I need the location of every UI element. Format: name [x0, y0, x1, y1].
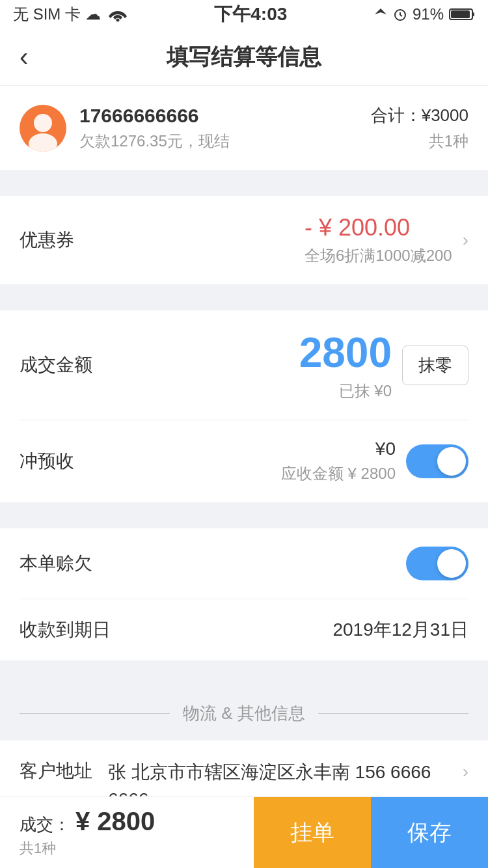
- svg-line-4: [400, 15, 402, 16]
- due-date-row: 收款到期日 2019年12月31日: [0, 599, 488, 660]
- coupon-discount: - ¥ 200.00: [305, 214, 452, 241]
- footer-count: 共1种: [20, 839, 234, 858]
- rounded-desc: 已抹 ¥0: [299, 381, 392, 401]
- prepaid-desc: 应收金额 ¥ 2800: [281, 463, 396, 484]
- status-right: 91%: [373, 5, 475, 23]
- hang-button[interactable]: 挂单: [254, 797, 371, 869]
- debt-toggle[interactable]: [406, 547, 468, 580]
- prepaid-label: 冲预收: [20, 449, 74, 474]
- divider-line-right: [318, 713, 468, 714]
- sim-status: 无 SIM 卡 ☁: [13, 4, 101, 25]
- debt-section: 本单赊欠 收款到期日 2019年12月31日: [0, 528, 488, 660]
- back-button[interactable]: ‹: [20, 42, 59, 72]
- user-row: 17666666666 欠款1276.35元，现结 合计：¥3000 共1种: [0, 86, 488, 170]
- coupon-chevron-icon: ›: [463, 230, 468, 251]
- prepaid-right: ¥0 应收金额 ¥ 2800: [281, 439, 468, 484]
- transaction-amount: 2800: [299, 329, 392, 377]
- due-date-value: 2019年12月31日: [332, 617, 468, 642]
- gray-gap-3: [0, 515, 488, 528]
- alarm-icon: [393, 7, 407, 21]
- status-left: 无 SIM 卡 ☁: [13, 4, 128, 25]
- footer-info: 成交： ¥ 2800 共1种: [0, 807, 254, 858]
- user-phone: 17666666666: [79, 105, 230, 127]
- debt-toggle-knob: [437, 549, 466, 578]
- amount-right: 2800 已抹 ¥0 抹零: [299, 329, 468, 401]
- coupon-section: 优惠券 - ¥ 200.00 全场6折满1000减200 ›: [0, 196, 488, 284]
- due-date-label: 收款到期日: [20, 617, 111, 642]
- prepaid-toggle-knob: [437, 447, 466, 476]
- amount-label: 成交金额: [20, 353, 92, 377]
- logistics-divider: 物流 & 其他信息: [0, 686, 488, 740]
- prepaid-value: ¥0: [281, 439, 396, 459]
- address-chevron-icon: ›: [463, 761, 468, 782]
- battery-level: 91%: [413, 5, 444, 23]
- transaction-section: 成交金额 2800 已抹 ¥0 抹零 冲预收 ¥0 应收金额 ¥ 2800: [0, 310, 488, 502]
- battery-icon: [449, 8, 475, 21]
- prepaid-toggle[interactable]: [406, 444, 468, 478]
- debt-label: 本单赊欠: [20, 551, 92, 576]
- user-info: 17666666666 欠款1276.35元，现结: [79, 105, 230, 152]
- address-chevron: ›: [463, 761, 468, 782]
- svg-point-8: [34, 114, 52, 132]
- location-icon: [373, 7, 388, 21]
- gray-gap-2: [0, 297, 488, 310]
- logistics-label: 物流 & 其他信息: [183, 702, 305, 725]
- coupon-label: 优惠券: [20, 228, 74, 252]
- round-button[interactable]: 抹零: [402, 346, 468, 385]
- svg-point-0: [116, 19, 119, 22]
- status-bar: 无 SIM 卡 ☁ 下午4:03 91%: [0, 0, 488, 29]
- address-label: 客户地址: [20, 759, 92, 783]
- wifi-icon: [107, 7, 128, 21]
- svg-point-9: [29, 133, 57, 152]
- divider-line-left: [20, 713, 170, 714]
- status-time: 下午4:03: [214, 2, 287, 27]
- avatar: [20, 105, 66, 152]
- total-label: 合计：¥3000: [371, 104, 468, 127]
- gray-gap-4: [0, 673, 488, 686]
- user-left: 17666666666 欠款1276.35元，现结: [20, 105, 230, 152]
- save-button[interactable]: 保存: [371, 797, 488, 869]
- footer-amount: ¥ 2800: [75, 807, 155, 836]
- avatar-icon: [20, 105, 66, 152]
- footer: 成交： ¥ 2800 共1种 挂单 保存: [0, 796, 488, 868]
- svg-rect-7: [451, 10, 470, 18]
- prepaid-row: 冲预收 ¥0 应收金额 ¥ 2800: [0, 420, 488, 502]
- debt-row: 本单赊欠: [0, 528, 488, 599]
- main-content: 17666666666 欠款1276.35元，现结 合计：¥3000 共1种 优…: [0, 86, 488, 868]
- amount-row: 成交金额 2800 已抹 ¥0 抹零: [0, 310, 488, 420]
- user-summary: 合计：¥3000 共1种: [371, 104, 468, 152]
- svg-rect-6: [472, 12, 474, 16]
- nav-bar: ‹ 填写结算等信息: [0, 29, 488, 86]
- svg-marker-1: [375, 8, 386, 14]
- coupon-right: - ¥ 200.00 全场6折满1000减200 ›: [305, 214, 468, 266]
- user-section: 17666666666 欠款1276.35元，现结 合计：¥3000 共1种: [0, 86, 488, 170]
- page-title: 填写结算等信息: [167, 42, 321, 72]
- coupon-desc: 全场6折满1000减200: [305, 245, 452, 266]
- user-debt: 欠款1276.35元，现结: [79, 131, 230, 152]
- footer-deal-label: 成交：: [20, 813, 70, 836]
- gray-gap-1: [0, 183, 488, 196]
- total-count: 共1种: [371, 131, 468, 152]
- coupon-row[interactable]: 优惠券 - ¥ 200.00 全场6折满1000减200 ›: [0, 196, 488, 284]
